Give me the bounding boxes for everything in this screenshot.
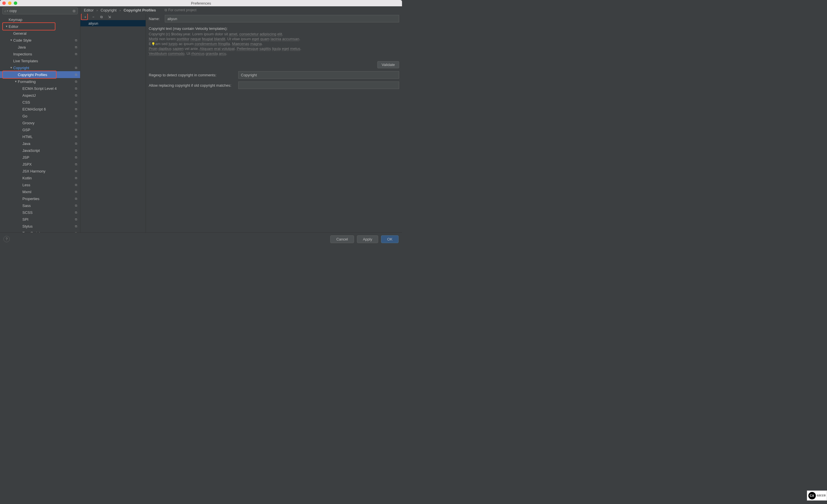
tree-item-html[interactable]: HTML⧉	[0, 133, 80, 140]
project-scope-icon: ⧉	[75, 66, 77, 70]
project-scope-icon: ⧉	[75, 87, 77, 90]
cancel-button[interactable]: Cancel	[330, 235, 354, 243]
allow-input[interactable]	[238, 82, 399, 89]
project-scope-icon: ⧉	[75, 107, 77, 111]
project-scope-icon: ⧉	[75, 231, 77, 233]
project-scope-icon: ⧉	[75, 169, 77, 173]
add-button[interactable]: ＋	[83, 14, 88, 19]
tree-item-general[interactable]: General	[0, 30, 80, 37]
tree-item-formatting[interactable]: ▼Formatting⧉	[0, 78, 80, 85]
apply-button[interactable]: Apply	[357, 235, 379, 243]
profile-list[interactable]: aliyun	[81, 20, 146, 233]
tree-item-kotlin[interactable]: Kotlin⧉	[0, 174, 80, 182]
tree-item-jsp[interactable]: JSP⧉	[0, 154, 80, 161]
crumb-profiles: Copyright Profiles	[124, 8, 156, 12]
expand-icon: ▼	[9, 39, 13, 42]
window-title: Preferences	[0, 1, 402, 5]
tree-item-copyright-profiles[interactable]: Copyright Profiles⧉	[0, 71, 80, 78]
tree-item-sass[interactable]: Sass⧉	[0, 202, 80, 209]
tree-item-gsp[interactable]: GSP⧉	[0, 126, 80, 133]
clear-icon[interactable]: ⊗	[72, 9, 76, 13]
crumb-copyright[interactable]: Copyright	[100, 8, 116, 12]
project-scope-icon: ⧉	[75, 100, 77, 104]
tree-item-java[interactable]: Java⧉	[0, 44, 80, 51]
project-scope: ⧉For current project	[164, 8, 196, 12]
settings-tree: Keymap▼EditorGeneral▼Code Style⧉Java⧉Ins…	[0, 15, 80, 233]
copyright-text-label: Copyright text (may contain Velocity tem…	[149, 27, 399, 31]
validate-button[interactable]: Validate	[377, 61, 399, 68]
expand-icon: ▼	[5, 25, 9, 28]
tree-item-live-templates[interactable]: Live Templates	[0, 57, 80, 64]
tree-item-code-style[interactable]: ▼Code Style⧉	[0, 37, 80, 44]
project-scope-icon: ⧉	[75, 73, 77, 77]
tree-item-ecma-script-level-4[interactable]: ECMA Script Level 4⧉	[0, 85, 80, 92]
project-scope-icon: ⧉	[75, 183, 77, 187]
project-scope-icon: ⧉	[75, 128, 77, 132]
tree-item-stylus[interactable]: Stylus⧉	[0, 223, 80, 230]
project-scope-icon: ⧉	[75, 121, 77, 125]
project-scope-icon: ⧉	[75, 39, 77, 42]
project-scope-icon: ⧉	[75, 224, 77, 228]
expand-icon: ▼	[14, 80, 18, 83]
profile-form: Name: Copyright text (may contain Veloci…	[146, 14, 402, 233]
regex-input[interactable]	[238, 71, 399, 79]
project-scope-icon: ⧉	[75, 52, 77, 56]
profile-item-aliyun[interactable]: aliyun	[81, 20, 146, 27]
name-input[interactable]	[165, 15, 399, 22]
tree-item-typescript[interactable]: TypeScript⧉	[0, 230, 80, 233]
tree-item-scss[interactable]: SCSS⧉	[0, 209, 80, 216]
crumb-editor[interactable]: Editor	[84, 8, 94, 12]
copyright-text-area[interactable]: Copyright (c) $today.year. Lorem ipsum d…	[149, 32, 399, 56]
help-button[interactable]: ?	[3, 236, 10, 242]
main-panel: Editor › Copyright › Copyright Profiles …	[81, 6, 402, 233]
regex-label: Regexp to detect copyright in comments:	[149, 73, 238, 77]
project-scope-icon: ⧉	[75, 94, 77, 97]
breadcrumb: Editor › Copyright › Copyright Profiles …	[81, 6, 402, 14]
import-button[interactable]: ⇲	[107, 14, 112, 19]
project-scope-icon: ⧉	[75, 190, 77, 194]
tree-item-inspections[interactable]: Inspections⧉	[0, 51, 80, 57]
tree-item-properties[interactable]: Properties⧉	[0, 195, 80, 202]
project-scope-icon: ⧉	[75, 162, 77, 166]
titlebar: Preferences	[0, 0, 402, 6]
profile-list-panel: ＋ − ⧉ ⇲ aliyun	[81, 14, 146, 233]
project-scope-icon: ⧉	[75, 80, 77, 84]
copy-button[interactable]: ⧉	[99, 14, 104, 19]
tree-item-editor[interactable]: ▼Editor	[0, 23, 80, 30]
tree-item-spi[interactable]: SPI⧉	[0, 216, 80, 223]
project-scope-icon: ⧉	[75, 217, 77, 221]
tree-item-copyright[interactable]: ▼Copyright⧉	[0, 64, 80, 71]
project-scope-icon: ⧉	[75, 211, 77, 214]
tree-item-ecmascript-6[interactable]: ECMAScript 6⧉	[0, 106, 80, 112]
sidebar: ⌕ ▾ ⊗ Keymap▼EditorGeneral▼Code Style⧉Ja…	[0, 6, 81, 233]
tree-item-java[interactable]: Java⧉	[0, 140, 80, 147]
tree-item-keymap[interactable]: Keymap	[0, 16, 80, 23]
search-input[interactable]	[9, 9, 72, 13]
project-scope-icon: ⧉	[75, 142, 77, 146]
tree-item-groovy[interactable]: Groovy⧉	[0, 119, 80, 126]
name-label: Name:	[149, 17, 165, 21]
project-scope-icon: ⧉	[75, 114, 77, 118]
tree-item-jspx[interactable]: JSPX⧉	[0, 161, 80, 168]
profile-toolbar: ＋ − ⧉ ⇲	[81, 14, 146, 20]
tree-item-mxml[interactable]: Mxml⧉	[0, 188, 80, 195]
tree-item-go[interactable]: Go⧉	[0, 112, 80, 119]
tree-item-css[interactable]: CSS⧉	[0, 99, 80, 106]
preferences-window: Preferences ⌕ ▾ ⊗ Keymap▼EditorGeneral▼C…	[0, 0, 402, 245]
search-box[interactable]: ⌕ ▾ ⊗	[2, 7, 78, 14]
allow-label: Allow replacing copyright if old copyrig…	[149, 83, 238, 88]
project-scope-icon: ⧉	[75, 197, 77, 201]
search-dropdown-icon[interactable]: ▾	[7, 9, 8, 12]
tree-item-javascript[interactable]: JavaScript⧉	[0, 147, 80, 154]
ok-button[interactable]: OK	[381, 235, 399, 243]
remove-button[interactable]: −	[91, 14, 96, 19]
tree-item-jsx-harmony[interactable]: JSX Harmony⧉	[0, 168, 80, 174]
dialog-footer: ? Cancel Apply OK	[0, 233, 402, 245]
tree-item-aspectj[interactable]: AspectJ⧉	[0, 92, 80, 99]
project-scope-icon: ⧉	[75, 176, 77, 180]
tree-item-less[interactable]: Less⧉	[0, 182, 80, 188]
project-icon: ⧉	[164, 8, 167, 12]
search-icon: ⌕	[4, 9, 6, 13]
project-scope-icon: ⧉	[75, 135, 77, 139]
expand-icon: ▼	[9, 66, 13, 69]
